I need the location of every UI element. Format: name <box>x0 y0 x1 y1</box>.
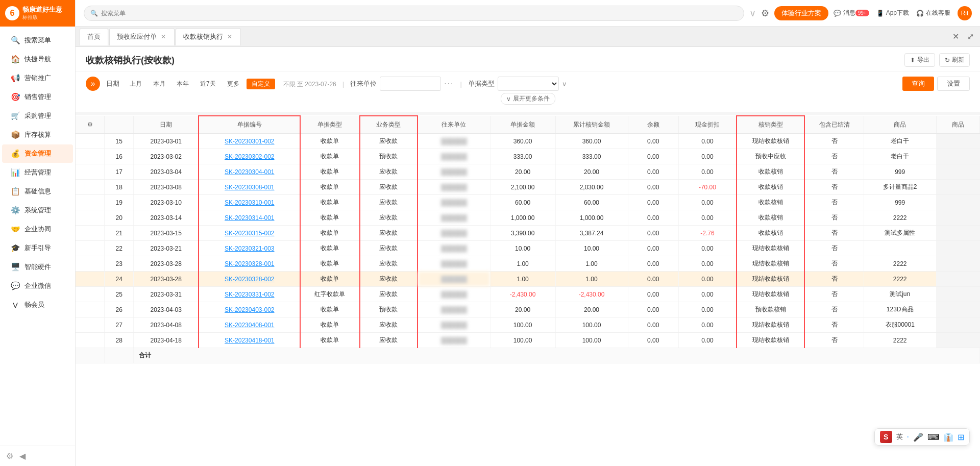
topbar-search-box[interactable]: 🔍 <box>84 6 744 21</box>
date-last-month[interactable]: 上月 <box>126 79 146 89</box>
floating-eng-label[interactable]: 英 <box>896 432 903 442</box>
col-goods2[interactable]: 商品 <box>936 116 979 134</box>
floating-shirt-icon[interactable]: 👔 <box>943 432 953 442</box>
query-button[interactable]: 查询 <box>902 77 934 91</box>
row-doc-no[interactable]: SK-20230321-003 <box>199 241 300 256</box>
sidebar-item-hardware[interactable]: 🖥️ 智能硬件 <box>2 258 73 276</box>
floating-keyboard-icon[interactable]: ⌨ <box>927 432 939 442</box>
row-doc-no[interactable]: SK-20230328-002 <box>199 272 300 287</box>
date-custom-button[interactable]: 自定义 <box>247 79 275 89</box>
row-doc-no[interactable]: SK-20230314-001 <box>199 210 300 226</box>
doc-type-select[interactable] <box>498 77 559 91</box>
expand-icon[interactable]: ⤢ <box>965 30 976 43</box>
row-checkbox[interactable] <box>76 272 105 287</box>
sidebar-item-guide[interactable]: 🎓 新手引导 <box>2 239 73 257</box>
sidebar-item-sales[interactable]: 🎯 销售管理 <box>2 88 73 106</box>
row-index: 16 <box>105 149 134 164</box>
floating-mic-icon[interactable]: 🎤 <box>913 432 923 442</box>
partner-input[interactable] <box>380 77 441 91</box>
row-partner: ██████ <box>418 149 490 164</box>
col-cancel-type[interactable]: 核销类型 <box>737 116 804 134</box>
gear-settings-icon[interactable]: ⚙ <box>761 8 769 19</box>
row-doc-no[interactable]: SK-20230331-002 <box>199 287 300 302</box>
col-doc-no[interactable]: 单据编号 <box>199 116 300 134</box>
sidebar-item-operation[interactable]: 📊 经营管理 <box>2 163 73 182</box>
filter-expand-button[interactable]: » <box>86 77 100 91</box>
message-item[interactable]: 💬 消息 99+ <box>834 9 869 17</box>
sidebar-item-member[interactable]: V 畅会员 <box>2 296 73 314</box>
sidebar-item-basicinfo[interactable]: 📋 基础信息 <box>2 182 73 201</box>
service-item[interactable]: 🎧 在线客服 <box>916 9 950 17</box>
row-checkbox[interactable] <box>76 287 105 302</box>
col-balance[interactable]: 余额 <box>628 116 678 134</box>
sidebar-item-purchase[interactable]: 🛒 采购管理 <box>2 107 73 125</box>
row-include-settled: 否 <box>804 195 864 210</box>
row-doc-no[interactable]: SK-20230403-002 <box>199 302 300 317</box>
row-checkbox[interactable] <box>76 226 105 241</box>
col-doc-type[interactable]: 单据类型 <box>300 116 359 134</box>
floating-s-icon[interactable]: S <box>880 431 892 443</box>
col-partner[interactable]: 往来单位 <box>418 116 490 134</box>
col-biz-type[interactable]: 业务类型 <box>360 116 418 134</box>
filter-settings-button[interactable]: 设置 <box>937 77 970 91</box>
sidebar-item-quicknav[interactable]: 🏠 快捷导航 <box>2 50 73 68</box>
row-checkbox[interactable] <box>76 180 105 195</box>
app-download-item[interactable]: 📱 App下载 <box>876 9 909 17</box>
col-cumulative[interactable]: 累计核销金额 <box>555 116 628 134</box>
row-checkbox[interactable] <box>76 333 105 348</box>
export-button[interactable]: ⬆ 导出 <box>904 53 935 67</box>
sidebar-item-search[interactable]: 🔍 搜索菜单 <box>2 31 73 50</box>
row-doc-no[interactable]: SK-20230302-002 <box>199 149 300 164</box>
partner-dots[interactable]: ··· <box>444 79 454 88</box>
tab-collection-close[interactable]: ✕ <box>226 32 233 41</box>
floating-grid-icon[interactable]: ⊞ <box>958 432 964 442</box>
row-checkbox[interactable] <box>76 317 105 333</box>
sidebar-item-finance[interactable]: 💰 资金管理 <box>2 144 73 163</box>
col-include-settled[interactable]: 包含已结清 <box>804 116 864 134</box>
avatar[interactable]: Rit <box>958 6 972 20</box>
row-checkbox[interactable] <box>76 302 105 317</box>
date-this-year[interactable]: 本年 <box>173 79 193 89</box>
col-cash-discount[interactable]: 现金折扣 <box>678 116 737 134</box>
col-amount[interactable]: 单据金额 <box>490 116 555 134</box>
tab-prepay-close[interactable]: ✕ <box>160 32 167 41</box>
refresh-button[interactable]: ↻ 刷新 <box>939 53 970 67</box>
tab-collection[interactable]: 收款核销执行 ✕ <box>176 28 241 45</box>
row-doc-no[interactable]: SK-20230328-001 <box>199 256 300 272</box>
close-all-icon[interactable]: ✕ <box>950 30 961 43</box>
collapse-icon[interactable]: ◀ <box>19 451 26 461</box>
sidebar-item-inventory[interactable]: 📦 库存核算 <box>2 126 73 144</box>
tab-home[interactable]: 首页 <box>80 28 108 45</box>
sidebar-item-marketing[interactable]: 📢 营销推广 <box>2 69 73 87</box>
row-doc-no[interactable]: SK-20230310-001 <box>199 195 300 210</box>
solution-button[interactable]: 体验行业方案 <box>774 6 828 20</box>
row-checkbox[interactable] <box>76 149 105 164</box>
tab-prepay[interactable]: 预收应应付单 ✕ <box>109 28 175 45</box>
row-doc-no[interactable]: SK-20230418-001 <box>199 333 300 348</box>
row-checkbox[interactable] <box>76 241 105 256</box>
sidebar-item-enterprise[interactable]: 🤝 企业协同 <box>2 220 73 238</box>
sidebar-item-system[interactable]: ⚙️ 系统管理 <box>2 201 73 219</box>
settings-icon[interactable]: ⚙ <box>6 451 13 461</box>
date-more[interactable]: 更多 <box>223 79 243 89</box>
col-gear[interactable]: ⚙ <box>76 116 105 134</box>
sidebar-item-wecom[interactable]: 💬 企业微信 <box>2 277 73 295</box>
col-date[interactable]: 日期 <box>134 116 199 134</box>
col-goods[interactable]: 商品 <box>864 116 936 134</box>
row-doc-no[interactable]: SK-20230408-001 <box>199 317 300 333</box>
row-balance: 0.00 <box>628 164 678 180</box>
row-doc-no[interactable]: SK-20230308-001 <box>199 180 300 195</box>
row-checkbox[interactable] <box>76 164 105 180</box>
row-doc-no[interactable]: SK-20230301-002 <box>199 134 300 149</box>
row-checkbox[interactable] <box>76 256 105 272</box>
row-doc-no[interactable]: SK-20230304-001 <box>199 164 300 180</box>
expand-more-button[interactable]: ∨ 展开更多条件 <box>501 93 555 105</box>
row-doc-no[interactable]: SK-20230315-002 <box>199 226 300 241</box>
search-input[interactable] <box>101 10 183 17</box>
table-gear-icon[interactable]: ⚙ <box>87 121 93 128</box>
date-this-month[interactable]: 本月 <box>149 79 169 89</box>
row-checkbox[interactable] <box>76 210 105 226</box>
row-checkbox[interactable] <box>76 195 105 210</box>
row-checkbox[interactable] <box>76 134 105 149</box>
date-7days[interactable]: 近7天 <box>196 79 220 89</box>
